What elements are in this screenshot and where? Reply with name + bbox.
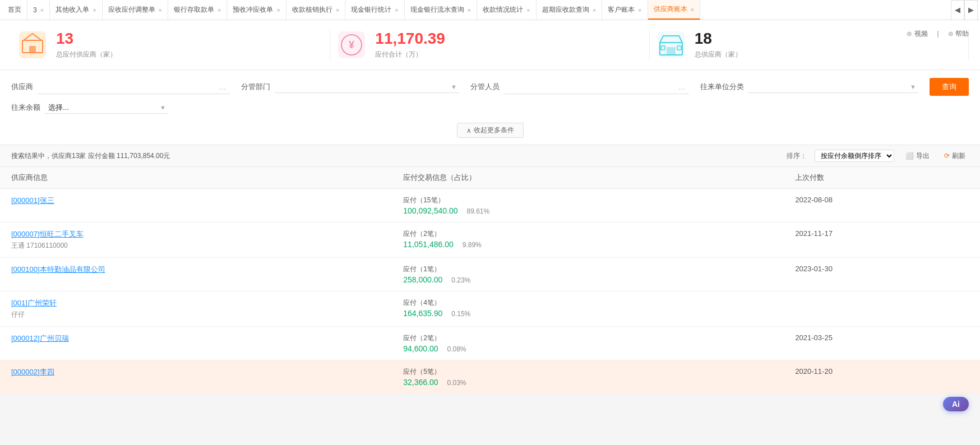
stat-help-links: ⊙ 视频 ｜ ⊙ 帮助 [907,29,969,39]
dept-label: 分管部门 [241,82,270,92]
trans-pct-3: 0.15% [451,310,470,318]
nav-tab-ap-adjust-close[interactable]: × [159,7,162,13]
trans-amount-4[interactable]: 94,600.00 [403,344,438,353]
nav-tab-cash-flow[interactable]: 现金银行流水查询 × [405,0,477,20]
trans-amount-2[interactable]: 258,000.00 [403,275,442,284]
trans-label-4: 应付（2笔） [403,333,773,343]
person-input-wrap: ... [504,80,689,94]
trans-pct-0: 89.61% [467,207,490,215]
nav-tab-other-income-close[interactable]: × [93,7,96,13]
trans-label-0: 应付（15笔） [403,196,773,205]
balance-select[interactable]: 选择... [48,103,165,112]
trans-cell-3: 应付（4笔） 164,635.90 0.15% [392,291,784,327]
store-icon [655,29,687,61]
supplier-link-2[interactable]: [000100]本特勤油品有限公司 [11,265,105,274]
stat-label-all: 总供应商（家） [695,50,742,59]
nav-tab-cash-flow-close[interactable]: × [468,7,471,13]
stat-content-total: 11,170.39 应付合计（万） [375,30,445,59]
nav-tab-receipt-exec-label: 收款核销执行 [292,5,332,15]
trans-amount-5[interactable]: 32,366.00 [403,378,438,387]
nav-tab-receipt-stat-label: 收款情况统计 [483,5,523,15]
nav-right-arrow[interactable]: ▶ [964,0,978,20]
nav-tab-receipt-exec[interactable]: 收款核销执行 × [286,0,345,20]
nav-tab-prepay-close[interactable]: × [276,7,280,13]
trans-amount-0[interactable]: 100,092,540.00 [403,206,457,215]
last-pay-date-5: 2020-11-20 [795,367,833,376]
supplier-field: 供应商 ... [11,80,230,94]
collapse-button[interactable]: ∧ 收起更多条件 [457,123,524,138]
trans-pct-5: 0.03% [447,379,466,387]
dept-select-wrap: ▼ [275,81,460,93]
nav-tab-bank-deposit-close[interactable]: × [218,7,221,13]
nav-tab-receipt-stat[interactable]: 收款情况统计 × [477,0,536,20]
nav-tab-receipt-exec-close[interactable]: × [336,7,339,13]
search-row-2: 往来余额 选择... ▼ [11,101,969,114]
nav-tab-overdue[interactable]: 超期应收款查询 × [537,0,602,20]
nav-tab-supplier-close[interactable]: × [691,6,694,13]
nav-tab-cash-bank-stat[interactable]: 现金银行统计 × [345,0,404,20]
help-link[interactable]: ⊙ 帮助 [948,29,969,39]
circle-play-icon: ⊙ [907,30,912,38]
stat-label-suppliers: 总应付供应商（家） [56,50,117,59]
supplier-label: 供应商 [11,82,33,92]
dept-select[interactable] [278,82,456,91]
supplier-link-1[interactable]: [000007]恒旺二手叉车 [11,230,84,238]
person-field: 分管人员 ... [470,80,689,94]
svg-text:¥: ¥ [349,39,354,50]
supplier-link-5[interactable]: [000002]李四 [11,368,54,376]
sort-select[interactable]: 按应付余额倒序排序 [815,150,894,162]
trans-pct-1: 9.89% [463,241,482,249]
unit-class-select[interactable] [752,82,916,91]
nav-tab-customer[interactable]: 客户账本 × [602,0,648,20]
supplier-sub-3: 仔仔 [11,310,381,319]
collapse-label: 收起更多条件 [474,126,514,135]
nav-tab-receipt-stat-close[interactable]: × [526,7,530,13]
nav-tab-ap-adjust[interactable]: 应收应付调整单 × [103,0,168,20]
nav-left-arrow[interactable]: ◀ [951,0,964,20]
supplier-link-0[interactable]: [000001]张三 [11,196,54,205]
nav-tab-bank-deposit[interactable]: 银行存取款单 × [168,0,227,20]
last-pay-cell-1: 2021-11-17 [784,222,980,258]
person-dots[interactable]: ... [678,82,685,92]
col-supplier-info: 供应商信息 [0,167,392,189]
trans-label-1: 应付（2笔） [403,229,773,239]
video-link[interactable]: ⊙ 视频 [907,29,927,39]
nav-tab-customer-close[interactable]: × [638,7,641,13]
nav-tab-other-income[interactable]: 其他收入单 × [50,0,102,20]
nav-tab-prepay[interactable]: 预收冲应收单 × [227,0,286,20]
export-button[interactable]: ⬜ 导出 [902,150,933,162]
nav-tab-home[interactable]: 首页 [2,0,27,20]
total-icon: ¥ [336,29,367,61]
nav-tab-supplier[interactable]: 供应商账本 × [648,0,700,20]
refresh-button[interactable]: ⟳ 刷新 [941,150,969,162]
supplier-cell-3: [001]广州荣轩 仔仔 [0,291,392,327]
nav-tab-3[interactable]: 3 × [27,0,50,20]
last-pay-cell-3 [784,291,980,327]
supplier-input[interactable] [41,82,219,91]
last-pay-date-4: 2021-03-25 [795,333,833,342]
person-input[interactable] [507,82,678,91]
nav-tab-cash-bank-stat-close[interactable]: × [395,7,398,13]
nav-tab-overdue-close[interactable]: × [593,7,596,13]
sort-label: 排序： [787,151,807,161]
col-last-pay: 上次付数 [784,167,980,189]
supplier-dots[interactable]: ... [219,82,226,92]
trans-amount-3[interactable]: 164,635.90 [403,309,442,318]
nav-tab-3-close[interactable]: × [40,7,44,13]
last-pay-date-1: 2021-11-17 [795,229,833,238]
supplier-link-4[interactable]: [000012]广州贝瑞 [11,334,69,342]
search-area: 供应商 ... 分管部门 ▼ 分管人员 ... [0,70,980,145]
stat-block-suppliers: 13 总应付供应商（家） [11,29,330,61]
refresh-icon: ⟳ [944,152,950,160]
trans-amount-1[interactable]: 11,051,486.00 [403,240,454,249]
nav-tab-ap-adjust-label: 应收应付调整单 [108,5,155,15]
nav-tab-3-label: 3 [33,6,37,14]
stat-content-all: 18 总供应商（家） [695,30,742,59]
unit-class-field: 往来单位分类 ▼ [700,81,919,93]
trans-pct-4: 0.08% [447,345,466,353]
trans-cell-5: 应付（5笔） 32,366.00 0.03% [392,360,784,394]
last-pay-date-2: 2023-01-30 [795,265,833,273]
table-wrapper: 供应商信息 应付交易信息（占比） 上次付数 [000001]张三 应付（15笔）… [0,167,980,394]
supplier-link-3[interactable]: [001]广州荣轩 [11,299,57,307]
query-button[interactable]: 查询 [930,78,969,96]
